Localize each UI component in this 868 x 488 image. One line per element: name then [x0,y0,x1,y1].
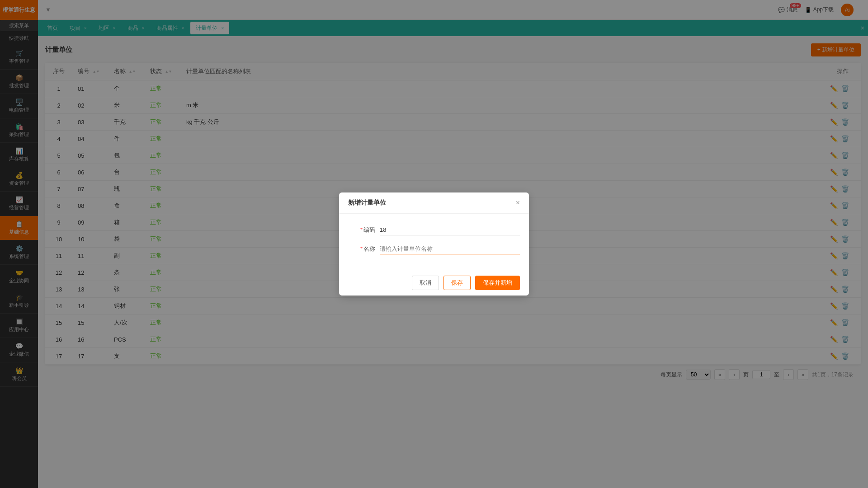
name-label: *名称 [348,245,375,253]
modal-title: 新增计量单位 [348,199,386,207]
code-input[interactable] [380,225,520,235]
form-row-code: *编码 [348,225,520,235]
form-row-name: *名称 [348,244,520,254]
save-button[interactable]: 保存 [443,276,471,290]
modal-footer: 取消 保存 保存并新增 [339,270,529,296]
modal-body: *编码 *名称 [339,214,529,270]
cancel-button[interactable]: 取消 [412,276,439,290]
add-unit-modal: 新增计量单位 × *编码 *名称 取消 保存 保存并新增 [339,192,529,296]
modal-overlay[interactable]: 新增计量单位 × *编码 *名称 取消 保存 保存并新增 [0,0,868,488]
name-input[interactable] [380,244,520,254]
code-label: *编码 [348,226,375,234]
modal-close-button[interactable]: × [516,199,520,207]
modal-header: 新增计量单位 × [339,192,529,214]
save-and-add-button[interactable]: 保存并新增 [475,276,520,290]
